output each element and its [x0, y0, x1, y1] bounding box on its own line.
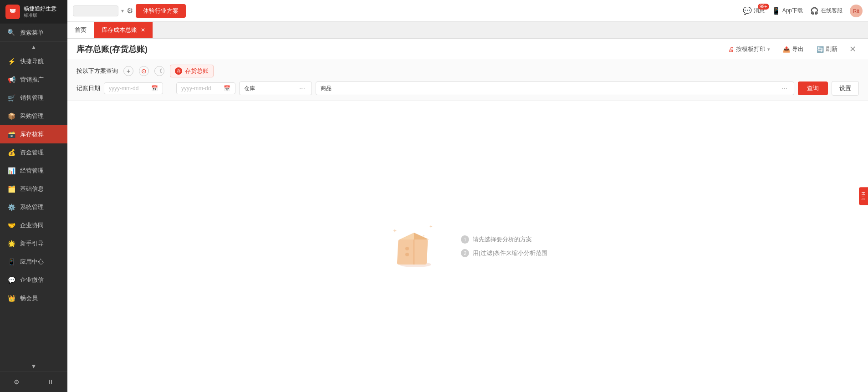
right-panel-toggle[interactable]: Rit — [859, 187, 868, 205]
date-start-placeholder: yyyy-mm-dd — [109, 85, 138, 92]
refresh-label: 刷新 — [826, 45, 837, 53]
empty-illustration: ✦ ✦ ✦ — [388, 219, 443, 274]
sidebar-item-label: 企业微信 — [20, 276, 44, 284]
sidebar-item-inventory[interactable]: 🗃️ 库存核算 — [0, 125, 67, 143]
sidebar-item-finance[interactable]: 💰 资金管理 — [0, 143, 67, 162]
sales-icon: 🛒 — [7, 94, 15, 102]
query-btn[interactable]: 查询 — [798, 81, 828, 95]
dropdown-chevron-icon[interactable]: ▾ — [121, 8, 124, 14]
online-service-btn[interactable]: 🎧 在线客服 — [810, 7, 842, 15]
sidebar-item-enterprise[interactable]: 🤝 企业协同 — [0, 216, 67, 234]
filter-collapse-btn[interactable]: 《 — [154, 66, 164, 76]
sidebar-item-label: 系统管理 — [20, 203, 44, 211]
sidebar-item-member[interactable]: 👑 畅会员 — [0, 289, 67, 307]
date-end-placeholder: yyyy-mm-dd — [181, 85, 211, 92]
close-page-btn[interactable]: ✕ — [847, 44, 859, 54]
settings-gear-icon[interactable]: ⚙ — [127, 6, 133, 15]
warehouse-more-icon[interactable]: ··· — [297, 84, 307, 92]
filter-close-btn[interactable]: ⊙ — [139, 66, 149, 76]
tab-home[interactable]: 首页 — [67, 22, 94, 38]
print-btn[interactable]: 🖨 按模板打印 ▾ — [725, 43, 774, 55]
refresh-btn[interactable]: 🔄 刷新 — [813, 43, 841, 55]
basic-icon: 🗂️ — [7, 185, 15, 193]
inventory-icon: 🗃️ — [7, 130, 15, 138]
product-select[interactable]: 商品 ··· — [316, 81, 794, 95]
svg-text:✦: ✦ — [393, 228, 397, 234]
print-dropdown-icon[interactable]: ▾ — [767, 46, 770, 52]
sidebar-item-purchase[interactable]: 📦 采购管理 — [0, 107, 67, 125]
filter-scheme-row: 按以下方案查询 + ⊙ 《 存 存货总账 — [77, 65, 859, 77]
empty-hint-2: 2 用[过滤]条件来缩小分析范围 — [461, 249, 547, 257]
trial-btn[interactable]: 体验行业方案 — [136, 4, 186, 18]
finance-icon: 💰 — [7, 148, 15, 157]
headset-icon: 🎧 — [810, 7, 819, 15]
date-label: 记账日期 — [77, 84, 100, 92]
sound-bottom-btn[interactable]: ⏸ — [43, 376, 58, 388]
filter-settings-btn[interactable]: 设置 — [832, 81, 859, 96]
tab-inventory-cost[interactable]: 库存成本总账 ✕ — [94, 22, 153, 38]
export-icon: 📤 — [783, 46, 790, 53]
main-area: ▾ ⚙ 体验行业方案 💬 消息 99+ 📱 App下载 🎧 在线客服 Rit — [67, 0, 868, 392]
sidebar-logo: 畅捷通好生意 标准版 — [0, 0, 67, 24]
calendar-start-icon[interactable]: 📅 — [151, 85, 158, 92]
search-icon: 🔍 — [7, 29, 15, 37]
online-service-label: 在线客服 — [821, 7, 842, 15]
sidebar-item-apps[interactable]: 📱 应用中心 — [0, 253, 67, 271]
svg-text:✦: ✦ — [422, 234, 425, 238]
app-download-btn[interactable]: 📱 App下载 — [772, 7, 803, 15]
messages-btn[interactable]: 💬 消息 99+ — [743, 6, 765, 15]
sidebar-item-label: 新手引导 — [20, 239, 44, 248]
sidebar-item-system[interactable]: ⚙️ 系统管理 — [0, 198, 67, 216]
hint-num-1: 1 — [461, 235, 469, 244]
operations-icon: 📊 — [7, 167, 15, 175]
purchase-icon: 📦 — [7, 112, 15, 120]
sidebar-item-operations[interactable]: 📊 经营管理 — [0, 162, 67, 180]
warehouse-label: 仓库 — [244, 85, 255, 92]
date-start-input[interactable]: yyyy-mm-dd 📅 — [104, 82, 163, 94]
svg-point-3 — [405, 247, 409, 250]
date-separator: — — [167, 85, 173, 92]
calendar-end-icon[interactable]: 📅 — [224, 85, 230, 92]
tab-home-label: 首页 — [75, 26, 87, 34]
sidebar-item-shortcut[interactable]: ⚡ 快捷导航 — [0, 52, 67, 71]
user-menu[interactable]: Rit — [850, 5, 863, 17]
product-label: 商品 — [321, 85, 332, 92]
avatar: Rit — [850, 5, 863, 17]
hint-text-2: 用[过滤]条件来缩小分析范围 — [473, 249, 547, 257]
topbar: ▾ ⚙ 体验行业方案 💬 消息 99+ 📱 App下载 🎧 在线客服 Rit — [67, 0, 868, 22]
hint-text-1: 请先选择要分析的方案 — [473, 235, 532, 244]
sidebar-item-label: 经营管理 — [20, 167, 44, 175]
sidebar-item-sales[interactable]: 🛒 销售管理 — [0, 89, 67, 107]
svg-text:✦: ✦ — [429, 224, 433, 229]
tab-close-icon[interactable]: ✕ — [141, 27, 145, 33]
sidebar-item-wechat[interactable]: 💬 企业微信 — [0, 271, 67, 289]
topbar-right: 💬 消息 99+ 📱 App下载 🎧 在线客服 Rit — [743, 5, 863, 17]
filter-add-btn[interactable]: + — [123, 66, 133, 76]
svg-point-4 — [405, 253, 409, 256]
page-actions: 🖨 按模板打印 ▾ 📤 导出 🔄 刷新 ✕ — [725, 43, 859, 55]
sidebar-search[interactable]: 🔍 搜索菜单 — [0, 24, 67, 42]
hint-num-2: 2 — [461, 249, 469, 257]
empty-hint-1: 1 请先选择要分析的方案 — [461, 235, 547, 244]
warehouse-select[interactable]: 仓库 ··· — [239, 81, 312, 95]
scroll-up-btn[interactable]: ▲ — [0, 42, 67, 52]
active-scheme[interactable]: 存 存货总账 — [170, 65, 214, 77]
close-icon: ⊙ — [141, 67, 147, 75]
date-end-input[interactable]: yyyy-mm-dd 📅 — [176, 82, 235, 94]
refresh-icon: 🔄 — [817, 46, 824, 53]
print-label: 按模板打印 — [736, 45, 766, 53]
scroll-down-btn[interactable]: ▼ — [0, 361, 67, 372]
export-btn[interactable]: 📤 导出 — [779, 43, 807, 55]
message-icon: 💬 — [743, 6, 752, 15]
tab-inventory-cost-label: 库存成本总账 — [102, 26, 137, 34]
app-download-label: App下载 — [782, 7, 803, 15]
settings-bottom-btn[interactable]: ⚙ — [9, 376, 24, 388]
page-header: 库存总账(存货总账) 🖨 按模板打印 ▾ 📤 导出 🔄 刷新 ✕ — [67, 39, 868, 60]
topbar-left: ▾ ⚙ 体验行业方案 — [73, 4, 739, 18]
sidebar-item-marketing[interactable]: 📢 营销推广 — [0, 71, 67, 89]
wechat-icon: 💬 — [7, 276, 15, 284]
sidebar-item-newbie[interactable]: 🌟 新手引导 — [0, 234, 67, 253]
product-more-icon[interactable]: ··· — [780, 84, 789, 92]
sidebar-bottom: ⚙ ⏸ — [0, 372, 67, 392]
sidebar-item-basic[interactable]: 🗂️ 基础信息 — [0, 180, 67, 198]
